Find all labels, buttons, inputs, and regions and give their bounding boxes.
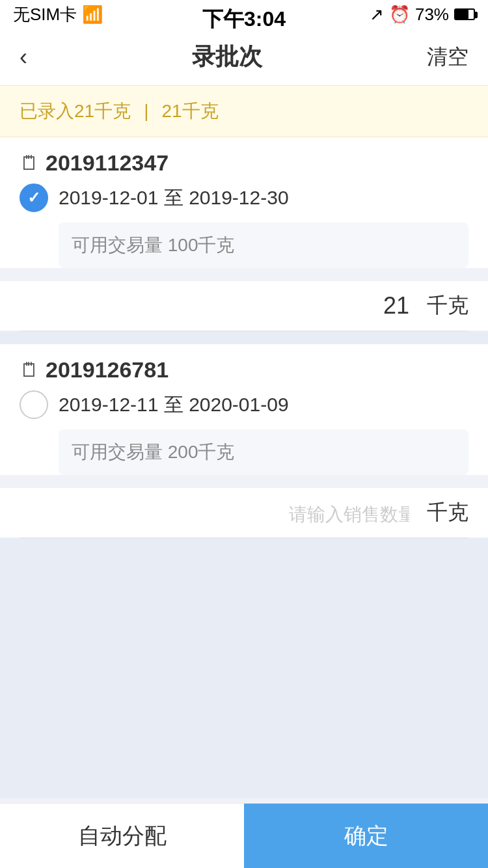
batch-header-2: 🗒 2019126781 (20, 357, 468, 383)
qty-input-2[interactable] (289, 499, 419, 526)
back-button[interactable]: ‹ (20, 44, 27, 71)
status-time: 下午3:04 (202, 5, 286, 34)
auto-distribute-button[interactable]: 自动分配 (0, 804, 244, 868)
unit-label-2: 千克 (427, 498, 468, 527)
auto-distribute-label: 自动分配 (78, 821, 167, 851)
nav-bar: ‹ 录批次 清空 (0, 29, 488, 86)
section-divider (0, 331, 488, 344)
batch-id-2: 2019126781 (46, 357, 169, 383)
alarm-icon: ⏰ (389, 5, 410, 25)
qty-input-1[interactable] (289, 292, 419, 319)
total-qty: 21千克 (161, 99, 218, 124)
available-qty-text-2: 可用交易量 200千克 (72, 442, 235, 462)
status-right: ↗ ⏰ 73% (370, 5, 475, 25)
batch-item-2: 🗒 2019126781 2019-12-11 至 2020-01-09 可用交… (0, 344, 488, 475)
batch-date-row-2[interactable]: 2019-12-11 至 2020-01-09 (20, 390, 468, 419)
recorded-qty: 已录入21千克 (20, 99, 131, 124)
status-left: 无SIM卡 📶 (13, 3, 103, 26)
status-bar: 无SIM卡 📶 下午3:04 ↗ ⏰ 73% (0, 0, 488, 29)
batch-icon-2: 🗒 (20, 359, 39, 381)
wifi-icon: 📶 (82, 5, 103, 25)
info-divider: | (144, 101, 148, 122)
radio-1[interactable] (20, 183, 48, 212)
available-qty-box-1: 可用交易量 100千克 (59, 223, 468, 268)
confirm-label: 确定 (344, 821, 388, 851)
available-qty-text-1: 可用交易量 100千克 (72, 235, 235, 255)
batch-date-2: 2019-12-11 至 2020-01-09 (59, 392, 289, 418)
bottom-spacer (0, 538, 488, 798)
batch-header-1: 🗒 2019112347 (20, 150, 468, 176)
radio-2[interactable] (20, 390, 48, 419)
footer: 自动分配 确定 (0, 803, 488, 868)
batch-icon-1: 🗒 (20, 152, 39, 174)
input-row-1: 千克 (0, 281, 488, 331)
input-row-2: 千克 (0, 488, 488, 537)
content: 🗒 2019112347 2019-12-01 至 2019-12-30 可用交… (0, 137, 488, 863)
clear-button[interactable]: 清空 (427, 43, 468, 72)
confirm-button[interactable]: 确定 (244, 804, 488, 868)
unit-label-1: 千克 (427, 292, 468, 320)
batch-date-row-1[interactable]: 2019-12-01 至 2019-12-30 (20, 183, 468, 212)
battery-icon (454, 8, 475, 20)
page-title: 录批次 (192, 41, 262, 73)
carrier-label: 无SIM卡 (13, 3, 77, 26)
info-banner: 已录入21千克 | 21千克 (0, 86, 488, 137)
batch-item-1: 🗒 2019112347 2019-12-01 至 2019-12-30 可用交… (0, 137, 488, 268)
battery-label: 73% (415, 5, 449, 25)
batch-date-1: 2019-12-01 至 2019-12-30 (59, 185, 289, 211)
batch-id-1: 2019112347 (46, 150, 169, 176)
available-qty-box-2: 可用交易量 200千克 (59, 429, 468, 475)
location-icon: ↗ (370, 5, 384, 25)
